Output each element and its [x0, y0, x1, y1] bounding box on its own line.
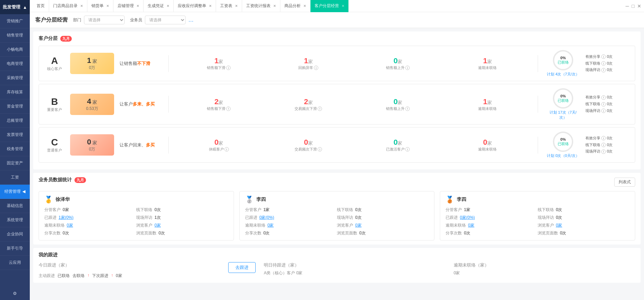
sidebar-top[interactable]: 批发管理 ▲ — [0, 0, 30, 14]
medal-silver: 🥈 — [245, 195, 254, 204]
info-icon[interactable]: i — [405, 147, 410, 152]
tab-店铺管理[interactable]: 店铺管理 ✕ — [113, 0, 144, 12]
salesperson-name-1: 李四 — [256, 197, 266, 203]
tab-商品分析[interactable]: 商品分析 ✕ — [280, 0, 310, 12]
tab-close-工资统计[interactable]: ✕ — [273, 4, 276, 8]
sidebar-item-固定资产[interactable]: 固定资产 — [0, 156, 30, 170]
window-minimize-icon[interactable]: ─ — [626, 3, 629, 9]
tab-close-工资表[interactable]: ✕ — [235, 4, 238, 8]
tier-a-stat-1[interactable]: 1家 回购异常 i — [266, 56, 351, 70]
tab-应收应付调整单[interactable]: 应收应付调整单 ✕ — [174, 0, 216, 12]
tab-close-客户分层[interactable]: ✕ — [342, 4, 344, 8]
sidebar-item-电商管理[interactable]: 电商管理 — [0, 57, 30, 71]
tier-a-stat-3[interactable]: 1家 逾期未联络 — [446, 56, 530, 70]
tier-b-slogan: 让客户多来、多买 — [120, 101, 160, 107]
sidebar-item-库存核算[interactable]: 库存核算 — [0, 85, 30, 99]
tier-c-stat-3[interactable]: 0家 逾期未联络 — [446, 138, 530, 152]
dept-select[interactable]: 请选择 — [84, 16, 125, 24]
tab-生成凭证[interactable]: 生成凭证 ✕ — [144, 0, 174, 12]
followup-content: 今日跟进（家） 主动跟进 已联络 去联络 ↑ 下次跟进 ↑ 0家 去跟进 明 — [39, 262, 635, 279]
tab-close-门店[interactable]: ✕ — [80, 4, 83, 8]
divider — [168, 137, 169, 154]
tier-b-stat-3[interactable]: 1家 逾期未联络 — [446, 97, 530, 111]
tier-c-stat-0[interactable]: 0家 休眠客户 i — [177, 138, 261, 152]
sidebar-item-税务管理[interactable]: 税务管理 — [0, 142, 30, 156]
info-icon[interactable]: i — [318, 107, 322, 111]
stat-row: 已跟进 0家(0%) — [245, 215, 337, 221]
tier-a-count-box: 1 家 0万 — [70, 53, 114, 74]
sidebar-item-工资[interactable]: 工资 — [0, 170, 30, 185]
sidebar-item-销售管理[interactable]: 销售管理 — [0, 28, 30, 43]
info-icon[interactable]: i — [601, 54, 606, 59]
tab-close-销货[interactable]: ✕ — [106, 4, 109, 8]
info-icon[interactable]: i — [601, 149, 606, 154]
info-icon[interactable]: i — [601, 61, 606, 66]
window-close-icon[interactable]: ✕ — [637, 3, 641, 9]
info-icon[interactable]: i — [601, 68, 606, 72]
divider — [168, 55, 169, 72]
tier-b-stat-2[interactable]: 0家 销售额上升 i — [356, 97, 440, 111]
tier-c-stat-1[interactable]: 0家 交易频次下滑 i — [266, 138, 351, 152]
sidebar-item-企业协同[interactable]: 企业协同 — [0, 227, 30, 241]
medal-gold: 🥇 — [44, 195, 53, 204]
gear-icon[interactable]: ⚙ — [0, 287, 30, 300]
staff-select[interactable]: 请选择 — [145, 16, 186, 24]
tab-客户分层经营[interactable]: 客户分层经营 ✕ — [310, 0, 349, 12]
info-icon[interactable]: i — [601, 136, 606, 140]
tab-首页[interactable]: 首页 — [33, 0, 49, 12]
sidebar-item-发票管理[interactable]: 发票管理 — [0, 128, 30, 142]
sidebar-item-系统管理[interactable]: 系统管理 — [0, 213, 30, 227]
info-icon[interactable]: i — [224, 147, 229, 152]
tab-close-店铺[interactable]: ✕ — [136, 4, 139, 8]
tier-a-stat-2[interactable]: 0家 销售额上升 i — [356, 56, 440, 70]
salesperson-card-0: 🥇 徐泽华 分管客户 0家 线下联络 0次 已跟进 — [39, 191, 234, 240]
tab-close-商品分析[interactable]: ✕ — [303, 4, 306, 8]
tab-close-凭证[interactable]: ✕ — [167, 4, 169, 8]
biz-month-badge: 九月 — [74, 177, 86, 183]
list-view-button[interactable]: 列表式 — [614, 178, 635, 187]
info-icon[interactable]: i — [405, 107, 410, 111]
tab-门店商品目录[interactable]: 门店商品目录 ✕ — [49, 0, 87, 12]
sidebar-item-总账管理[interactable]: 总账管理 — [0, 114, 30, 128]
stat-row: 浏览客户 0家 — [538, 223, 629, 228]
salesperson-name-2: 李四 — [457, 197, 466, 203]
sidebar-item-基础信息[interactable]: 基础信息 — [0, 199, 30, 213]
tier-c-row: C 普通客户 0 家 0万 让客户回来、多买 0家 休眠客户 i — [39, 127, 635, 163]
info-icon[interactable]: i — [226, 107, 231, 111]
salesperson-card-1: 🥈 李四 分管客户 1家 线下联络 0次 已跟进 — [239, 191, 435, 240]
info-icon[interactable]: i — [226, 66, 231, 70]
info-icon[interactable]: i — [314, 66, 318, 70]
sidebar-item-新手引导[interactable]: 新手引导 — [0, 241, 30, 256]
tab-工资统计报表[interactable]: 工资统计报表 ✕ — [242, 0, 280, 12]
window-maximize-icon[interactable]: □ — [632, 3, 635, 9]
sidebar-expand-icon: ▲ — [23, 5, 27, 10]
sidebar: 批发管理 ▲ 营销推广 销售管理 小畅电商 电商管理 采购管理 库存核算 资金管… — [0, 0, 30, 300]
tab-close-调整单[interactable]: ✕ — [209, 4, 212, 8]
go-followup-button[interactable]: 去跟进 — [228, 262, 256, 273]
tier-b-stat-0[interactable]: 2家 销售额下滑 i — [177, 97, 261, 111]
sidebar-item-采购管理[interactable]: 采购管理 — [0, 71, 30, 85]
tier-a-row: A 核心客户 1 家 0万 让销售额不下滑 1家 销售额下滑 i — [39, 46, 635, 81]
info-icon[interactable]: i — [601, 95, 606, 100]
tier-c-stat-2[interactable]: 0家 已激活客户 i — [356, 138, 440, 152]
tier-b-count-box: 4 家 0.53万 — [70, 94, 114, 115]
today-followup: 今日跟进（家） 主动跟进 已联络 去联络 ↑ 下次跟进 ↑ 0家 — [39, 262, 220, 279]
circle-progress-a: 0% 已联络 — [553, 50, 573, 70]
sidebar-item-经营管理[interactable]: 经营管理 ◀ — [0, 185, 30, 199]
info-icon[interactable]: i — [405, 66, 410, 70]
tier-a-label: A 核心客户 — [44, 55, 65, 71]
tab-工资表[interactable]: 工资表 ✕ — [216, 0, 242, 12]
sidebar-item-云应用[interactable]: 云应用 — [0, 256, 30, 270]
info-icon[interactable]: i — [318, 147, 322, 152]
tab-销货单[interactable]: 销货单 ✕ — [87, 0, 113, 12]
info-icon[interactable]: i — [601, 109, 606, 113]
tier-b-stat-1[interactable]: 2家 交易频次下滑 i — [266, 97, 351, 111]
more-filter-icon[interactable]: … — [188, 17, 194, 23]
info-icon[interactable]: i — [601, 102, 606, 107]
sidebar-item-营销推广[interactable]: 营销推广 — [0, 14, 30, 28]
info-icon[interactable]: i — [601, 143, 606, 147]
divider — [538, 96, 538, 113]
tier-a-stat-0[interactable]: 1家 销售额下滑 i — [177, 56, 261, 70]
sidebar-item-资金管理[interactable]: 资金管理 — [0, 99, 30, 114]
sidebar-item-小畅电商[interactable]: 小畅电商 — [0, 43, 30, 57]
